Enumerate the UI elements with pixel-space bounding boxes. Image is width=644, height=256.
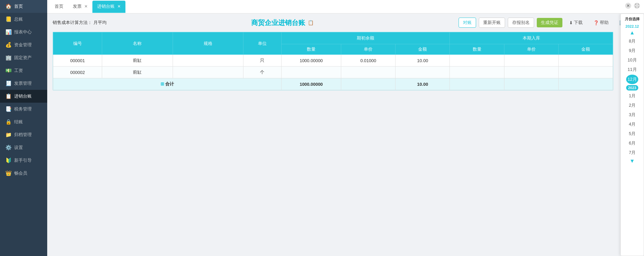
sidebar-item-invoice-management[interactable]: 🧾 发票管理 [0,77,47,90]
col-in-price: 单价 [504,44,558,55]
total-label: ⊞ 合计 [53,78,282,90]
row-opening-amount [396,67,450,78]
total-in-price [504,78,558,90]
sidebar-item-label: 设置 [14,145,23,151]
fund-icon: 💰 [5,42,11,48]
row-unit: 只 [243,55,282,67]
month-item-10[interactable]: 10月 [621,55,644,65]
row-opening-qty [281,67,341,78]
tab-invoice[interactable]: 发票 ✕ [68,1,92,13]
tab-invoice-close[interactable]: ✕ [84,4,88,9]
month-item-6[interactable]: 6月 [621,138,644,148]
row-spec [173,67,243,78]
tab-home[interactable]: 首页 [50,1,68,13]
help-button[interactable]: ❓ 帮助 [589,18,613,27]
report-icon: 📊 [5,29,11,35]
sidebar-item-fund-management[interactable]: 💰 资金管理 [0,39,47,51]
guide-icon: 🔰 [5,157,11,163]
sidebar-item-report-center[interactable]: 📊 报表中心 [0,26,47,39]
sidebar-item-label: 总账 [14,16,23,22]
sidebar-item-membership[interactable]: 👑 畅会员 [0,167,47,180]
ledger-icon: 📒 [5,16,11,22]
sidebar-item-label: 报表中心 [14,29,32,35]
window-maximize-button[interactable]: ⛶ [634,3,640,9]
month-item-2[interactable]: 2月 [621,101,644,110]
sidebar-item-payroll[interactable]: 💵 工资 [0,64,47,77]
sidebar-item-tax-management[interactable]: 📑 税务管理 [0,103,47,116]
sidebar-item-closing[interactable]: 🔒 结账 [0,116,47,128]
month-item-8[interactable]: 8月 [621,36,644,46]
sidebar-item-label: 进销台账 [14,93,32,99]
table-row[interactable]: 000002 前缸 个 [53,67,613,78]
download-icon: ⬇ [569,20,573,25]
row-spec [173,55,243,67]
sidebar-item-label: 工资 [14,68,23,74]
tab-bar: 首页 发票 ✕ 进销台账 ✕ ✕ ⛶ [47,0,644,14]
page-title: 商贸企业进销台账 📋 [251,18,314,27]
table-row[interactable]: 000001 前缸 只 1000.00000 0.01000 10.00 [53,55,613,67]
help-icon: ❓ [593,20,599,25]
sidebar-item-general-ledger[interactable]: 📒 总账 [0,13,47,26]
total-in-qty [450,78,504,90]
tab-purchase-sales-ledger[interactable]: 进销台账 ✕ [92,1,125,13]
sidebar-item-archive-management[interactable]: 📁 归档管理 [0,128,47,141]
col-code: 编号 [53,32,102,55]
row-in-price [504,55,558,67]
sidebar-item-home[interactable]: 🏠 首页 [0,0,47,13]
generate-voucher-button[interactable]: 生成凭证 [537,18,562,27]
window-close-button[interactable]: ✕ [625,3,631,9]
month-nav-down[interactable]: ▼ [621,157,644,165]
month-item-12[interactable]: 12月 [626,75,638,84]
sidebar-item-label: 发票管理 [14,80,32,86]
sidebar-item-label: 资金管理 [14,42,32,48]
total-label-text: 合计 [165,81,174,86]
content-area: 销售成本计算方法： 月平均 商贸企业进销台账 📋 对账 重新开账 存报别名 生成… [47,14,644,256]
tab-invoice-label: 发票 [73,3,82,9]
row-code: 000001 [53,55,102,67]
sidebar-item-settings[interactable]: ⚙️ 设置 [0,141,47,154]
row-in-price [504,67,558,78]
col-current-in: 本期入库 [450,32,613,44]
window-controls: ✕ ⛶ [625,3,640,9]
col-opening-amount: 金额 [396,44,450,55]
col-opening-qty: 数量 [281,44,341,55]
sidebar-item-label: 税务管理 [14,106,32,112]
row-opening-qty: 1000.00000 [281,55,341,67]
col-spec: 规格 [173,32,243,55]
col-in-amount: 金额 [558,44,613,55]
month-item-11[interactable]: 11月 [621,65,644,74]
sidebar-item-fixed-assets[interactable]: 🏢 固定资产 [0,51,47,64]
month-selector-panel: 月份选择 2022.12 ▲ 8月 9月 10月 11月 12月 2023 1月… [620,14,644,256]
total-row: ⊞ 合计 1000.00000 10.00 [53,78,613,90]
reconcile-button[interactable]: 对账 [459,18,476,28]
edit-icon[interactable]: 📋 [308,20,314,25]
sidebar-item-purchase-sales[interactable]: 📋 进销台账 [0,90,47,103]
current-year-label: 2022.12 [625,24,639,28]
total-opening-amount: 10.00 [396,78,450,90]
info-bar: 销售成本计算方法： 月平均 商贸企业进销台账 📋 对账 重新开账 存报别名 生成… [53,18,639,28]
row-unit: 个 [243,67,282,78]
tax-icon: 📑 [5,106,11,112]
month-item-4[interactable]: 4月 [621,120,644,129]
help-label: 帮助 [600,20,609,26]
month-nav-up[interactable]: ▲ [621,29,644,36]
download-button[interactable]: ⬇ 下载 [565,18,587,27]
row-in-qty [450,67,504,78]
col-name: 名称 [102,32,173,55]
reopen-button[interactable]: 重新开账 [479,18,505,28]
month-item-1[interactable]: 1月 [621,91,644,101]
save-as-button[interactable]: 存报别名 [508,18,534,28]
total-opening-price [341,78,396,90]
cost-method-label: 销售成本计算方法： [53,20,92,25]
month-item-9[interactable]: 9月 [621,46,644,55]
tab-purchase-sales-close[interactable]: ✕ [117,4,121,9]
sidebar: 🏠 首页 📒 总账 📊 报表中心 💰 资金管理 🏢 固定资产 💵 工资 🧾 发票… [0,0,47,256]
row-name: 前缸 [102,67,173,78]
sidebar-item-new-guide[interactable]: 🔰 新手引导 [0,154,47,167]
sidebar-item-label: 固定资产 [14,55,32,61]
month-item-7[interactable]: 7月 [621,148,644,157]
row-opening-price: 0.01000 [341,55,396,67]
home-icon: 🏠 [5,3,11,9]
month-item-3[interactable]: 3月 [621,110,644,120]
month-item-5[interactable]: 5月 [621,129,644,138]
